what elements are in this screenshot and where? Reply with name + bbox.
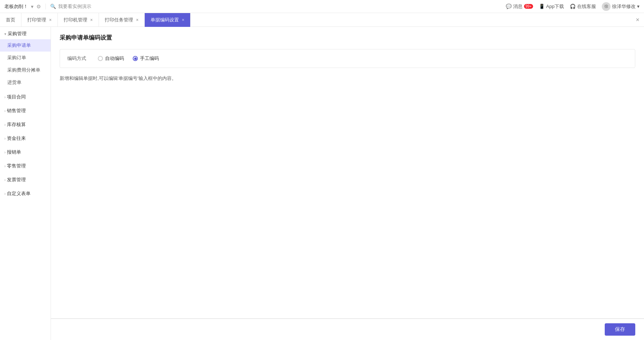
returns-group-label: 报销单 bbox=[7, 149, 21, 155]
sidebar-group-capital-title[interactable]: › 资金往来 bbox=[0, 131, 51, 144]
message-label: 消息 bbox=[513, 3, 523, 10]
tab-print-management[interactable]: 打印管理 × bbox=[21, 13, 58, 27]
sidebar-group-invoice: › 发票管理 bbox=[0, 173, 51, 185]
online-service-label: 在线客服 bbox=[577, 3, 596, 10]
sidebar-item-stock-in[interactable]: 进货单 bbox=[0, 76, 51, 89]
sidebar-item-purchase-order[interactable]: 采购订单 bbox=[0, 52, 51, 64]
search-text: 我要看实例演示 bbox=[58, 3, 91, 10]
purchase-order-label: 采购订单 bbox=[7, 55, 26, 60]
sidebar-group-sales: › 销售管理 bbox=[0, 104, 51, 116]
sidebar-group-custom: › 自定义表单 bbox=[0, 187, 51, 199]
sidebar-group-capital: › 资金往来 bbox=[0, 131, 51, 144]
content-inner: 采购申请单编码设置 编码方式 自动编码 手工编码 新增和编辑单据时,可以编辑'单… bbox=[51, 27, 644, 180]
purchase-expense-label: 采购费用分摊单 bbox=[7, 67, 40, 73]
tab-home[interactable]: 首页 bbox=[0, 13, 21, 27]
custom-group-label: 自定义表单 bbox=[7, 190, 31, 197]
inventory-arrow-icon: › bbox=[4, 123, 5, 127]
app-title: 老板勿削！ bbox=[4, 3, 28, 10]
settings-icon[interactable]: ⚙ bbox=[36, 4, 41, 9]
search-bar[interactable]: 🔍 我要看实例演示 bbox=[50, 3, 91, 10]
sidebar-group-returns-title[interactable]: › 报销单 bbox=[0, 145, 51, 158]
tab-bar: 首页 打印管理 × 打印机管理 × 打印任务管理 × 单据编码设置 × ✕ bbox=[0, 13, 644, 27]
page-title: 采购申请单编码设置 bbox=[60, 34, 635, 42]
sidebar-group-invoice-title[interactable]: › 发票管理 bbox=[0, 173, 51, 185]
user-dropdown-icon: ▾ bbox=[637, 4, 640, 9]
purchase-group-label: 采购管理 bbox=[8, 31, 27, 37]
tab-printer-management-label: 打印机管理 bbox=[64, 17, 87, 23]
message-icon: 💬 bbox=[506, 4, 512, 9]
sidebar-group-retail: › 零售管理 bbox=[0, 159, 51, 171]
tab-single-code-label: 单据编码设置 bbox=[151, 17, 179, 23]
sidebar-group-project: › 项目合同 bbox=[0, 90, 51, 102]
online-service-icon: 🎧 bbox=[570, 4, 576, 9]
tab-single-code-close[interactable]: × bbox=[182, 17, 184, 23]
sidebar-group-purchase-title[interactable]: ▾ 采购管理 bbox=[0, 27, 51, 39]
tab-print-task-close[interactable]: × bbox=[136, 17, 139, 23]
user-menu[interactable]: 徐 徐泽华修改 ▾ bbox=[602, 2, 640, 11]
sidebar-group-purchase: ▾ 采购管理 采购申请单 采购订单 采购费用分摊单 进货单 bbox=[0, 27, 51, 89]
message-button[interactable]: 💬 消息 99+ bbox=[506, 3, 533, 10]
description-text: 新增和编辑单据时,可以编辑'单据编号'输入框中的内容。 bbox=[60, 75, 635, 82]
stock-in-label: 进货单 bbox=[7, 80, 21, 85]
tab-print-management-label: 打印管理 bbox=[27, 17, 46, 23]
top-bar-right: 💬 消息 99+ 📱 App下载 🎧 在线客服 徐 徐泽华修改 ▾ bbox=[506, 2, 640, 11]
project-group-label: 项目合同 bbox=[7, 94, 26, 100]
app-download-button[interactable]: 📱 App下载 bbox=[539, 3, 564, 10]
tab-print-management-close[interactable]: × bbox=[49, 17, 52, 23]
content-footer: 保存 bbox=[51, 319, 644, 340]
sales-arrow-icon: › bbox=[4, 109, 5, 113]
invoice-group-label: 发票管理 bbox=[7, 177, 26, 183]
tab-printer-management-close[interactable]: × bbox=[90, 17, 93, 23]
project-arrow-icon: › bbox=[4, 95, 5, 99]
sidebar-group-sales-title[interactable]: › 销售管理 bbox=[0, 104, 51, 116]
coding-mode-label: 编码方式 bbox=[67, 55, 89, 62]
online-service-button[interactable]: 🎧 在线客服 bbox=[570, 3, 596, 10]
main-layout: ▾ 采购管理 采购申请单 采购订单 采购费用分摊单 进货单 › 项目合同 bbox=[0, 27, 644, 340]
sidebar-group-inventory-title[interactable]: › 库存核算 bbox=[0, 118, 51, 130]
search-icon: 🔍 bbox=[50, 4, 56, 9]
sidebar: ▾ 采购管理 采购申请单 采购订单 采购费用分摊单 进货单 › 项目合同 bbox=[0, 27, 51, 340]
top-bar-left: 老板勿削！ ▾ ⚙ 🔍 我要看实例演示 bbox=[4, 3, 91, 10]
user-avatar: 徐 bbox=[602, 2, 611, 11]
sidebar-item-purchase-request[interactable]: 采购申请单 bbox=[0, 39, 51, 52]
auto-code-option[interactable]: 自动编码 bbox=[98, 55, 124, 62]
custom-arrow-icon: › bbox=[4, 192, 5, 196]
message-badge: 99+ bbox=[524, 4, 533, 9]
top-bar: 老板勿削！ ▾ ⚙ 🔍 我要看实例演示 💬 消息 99+ 📱 App下载 🎧 在… bbox=[0, 0, 644, 13]
sidebar-group-inventory: › 库存核算 bbox=[0, 118, 51, 130]
coding-row: 编码方式 自动编码 手工编码 bbox=[67, 55, 628, 62]
app-download-label: App下载 bbox=[546, 3, 564, 10]
retail-group-label: 零售管理 bbox=[7, 163, 26, 169]
purchase-request-label: 采购申请单 bbox=[7, 42, 31, 48]
save-button[interactable]: 保存 bbox=[605, 323, 635, 336]
invoice-arrow-icon: › bbox=[4, 178, 5, 182]
content-area: 采购申请单编码设置 编码方式 自动编码 手工编码 新增和编辑单据时,可以编辑'单… bbox=[51, 27, 644, 340]
tab-printer-management[interactable]: 打印机管理 × bbox=[58, 13, 99, 27]
manual-code-option[interactable]: 手工编码 bbox=[133, 55, 159, 62]
sidebar-group-returns: › 报销单 bbox=[0, 145, 51, 158]
capital-arrow-icon: › bbox=[4, 137, 5, 141]
close-all-tabs[interactable]: ✕ bbox=[631, 17, 644, 23]
app-download-icon: 📱 bbox=[539, 4, 545, 9]
sidebar-group-project-title[interactable]: › 项目合同 bbox=[0, 90, 51, 102]
capital-group-label: 资金往来 bbox=[7, 135, 26, 142]
inventory-group-label: 库存核算 bbox=[7, 121, 26, 128]
returns-arrow-icon: › bbox=[4, 150, 5, 154]
purchase-arrow-icon: ▾ bbox=[4, 32, 6, 36]
sidebar-group-custom-title[interactable]: › 自定义表单 bbox=[0, 187, 51, 199]
auto-code-radio[interactable] bbox=[98, 56, 103, 61]
tab-home-label: 首页 bbox=[6, 17, 15, 23]
sidebar-group-retail-title[interactable]: › 零售管理 bbox=[0, 159, 51, 171]
tab-single-code[interactable]: 单据编码设置 × bbox=[145, 13, 191, 27]
sidebar-item-purchase-expense[interactable]: 采购费用分摊单 bbox=[0, 64, 51, 76]
retail-arrow-icon: › bbox=[4, 164, 5, 168]
auto-code-label: 自动编码 bbox=[105, 55, 124, 62]
user-name: 徐泽华修改 bbox=[612, 3, 636, 10]
tab-print-task[interactable]: 打印任务管理 × bbox=[99, 13, 145, 27]
tab-print-task-label: 打印任务管理 bbox=[105, 17, 133, 23]
manual-code-label: 手工编码 bbox=[140, 55, 159, 62]
sales-group-label: 销售管理 bbox=[7, 108, 26, 114]
manual-code-radio[interactable] bbox=[133, 56, 138, 61]
coding-section: 编码方式 自动编码 手工编码 bbox=[60, 49, 635, 68]
dropdown-icon[interactable]: ▾ bbox=[31, 4, 33, 9]
